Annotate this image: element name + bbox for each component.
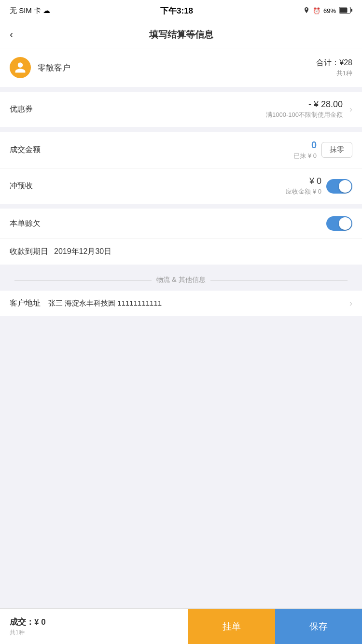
bottom-deal: 成交：¥ 0 — [10, 616, 179, 628]
main-content: 零散客户 合计：¥28 共1种 优惠券 - ¥ 28.00 满1000-100不… — [0, 48, 362, 364]
prereceive-sub: 应收金额 ¥ 0 — [286, 187, 321, 196]
amount-value: 0 — [293, 140, 317, 151]
prereceive-label: 冲预收 — [10, 181, 33, 191]
customer-section: 零散客户 合计：¥28 共1种 — [0, 48, 362, 87]
svg-rect-2 — [351, 9, 352, 12]
debt-row: 本单赊欠 — [0, 209, 362, 238]
amount-sub: 已抹 ¥ 0 — [293, 152, 317, 160]
prereceive-row: 冲预收 ¥ 0 应收金额 ¥ 0 — [0, 168, 362, 204]
status-bar: 无 SIM 卡 ☁ 下午3:18 ⏰ 69% — [0, 0, 362, 21]
address-value: 张三 海淀永丰科技园 11111111111 — [48, 299, 348, 308]
location-icon — [303, 7, 310, 15]
address-row[interactable]: 客户地址 张三 海淀永丰科技园 11111111111 › — [0, 291, 362, 316]
chevron-right-icon: › — [349, 104, 352, 114]
round-button[interactable]: 抹零 — [321, 142, 352, 158]
nav-title: 填写结算等信息 — [149, 28, 213, 41]
divider-2 — [0, 127, 362, 132]
address-chevron-icon: › — [349, 298, 352, 308]
logistics-label: 物流 & 其他信息 — [156, 276, 205, 284]
amount-section: 成交金额 0 已抹 ¥ 0 抹零 冲预收 ¥ 0 应收金额 ¥ 0 — [0, 132, 362, 204]
back-button[interactable]: ‹ — [10, 28, 13, 41]
address-label: 客户地址 — [10, 298, 41, 308]
battery-text: 69% — [323, 7, 336, 14]
divider-4 — [0, 265, 362, 269]
save-button[interactable]: 保存 — [275, 609, 362, 644]
coupon-section: 优惠券 - ¥ 28.00 满1000-100不限制使用金额 › — [0, 92, 362, 127]
debt-label: 本单赊欠 — [10, 219, 41, 229]
bottom-info: 成交：¥ 0 共1种 — [0, 616, 188, 637]
debt-toggle[interactable] — [326, 216, 352, 231]
prereceive-toggle[interactable] — [326, 179, 352, 194]
coupon-value: - ¥ 28.00 — [266, 99, 343, 110]
status-right: ⏰ 69% — [303, 7, 352, 15]
sim-status: 无 SIM 卡 ☁ — [10, 6, 50, 15]
customer-avatar — [10, 57, 31, 78]
pending-button[interactable]: 挂单 — [188, 609, 275, 644]
logistics-separator: 物流 & 其他信息 — [0, 269, 362, 291]
alarm-icon: ⏰ — [313, 7, 320, 14]
coupon-label: 优惠券 — [10, 104, 33, 114]
coupon-row[interactable]: 优惠券 - ¥ 28.00 满1000-100不限制使用金额 › — [0, 92, 362, 127]
status-left: 无 SIM 卡 ☁ — [10, 6, 50, 15]
bottom-spacer — [0, 316, 362, 364]
customer-name: 零散客户 — [38, 62, 70, 73]
svg-rect-1 — [339, 7, 347, 13]
duedate-label: 收款到期日 — [10, 247, 48, 257]
duedate-row[interactable]: 收款到期日 2019年12月30日 — [0, 238, 362, 265]
divider-3 — [0, 204, 362, 209]
bottom-deal-value: ¥ 0 — [34, 617, 46, 627]
debt-section: 本单赊欠 收款到期日 2019年12月30日 — [0, 209, 362, 265]
nav-bar: ‹ 填写结算等信息 — [0, 21, 362, 48]
customer-total: 合计：¥28 — [316, 58, 352, 68]
coupon-desc: 满1000-100不限制使用金额 — [266, 111, 343, 119]
status-time: 下午3:18 — [160, 5, 193, 16]
sep-line-right — [210, 280, 348, 280]
amount-label: 成交金额 — [10, 145, 41, 155]
divider-1 — [0, 87, 362, 92]
prereceive-value: ¥ 0 — [286, 176, 321, 186]
toggle-knob — [339, 180, 351, 193]
bottom-bar: 成交：¥ 0 共1种 挂单 保存 — [0, 608, 362, 644]
bottom-count: 共1种 — [10, 629, 179, 637]
bottom-deal-label: 成交： — [10, 617, 34, 627]
debt-toggle-knob — [339, 217, 351, 230]
amount-row: 成交金额 0 已抹 ¥ 0 抹零 — [0, 132, 362, 168]
customer-count: 共1种 — [316, 69, 352, 78]
battery-icon — [339, 7, 352, 15]
duedate-value: 2019年12月30日 — [54, 247, 111, 257]
sep-line-left — [14, 280, 152, 280]
